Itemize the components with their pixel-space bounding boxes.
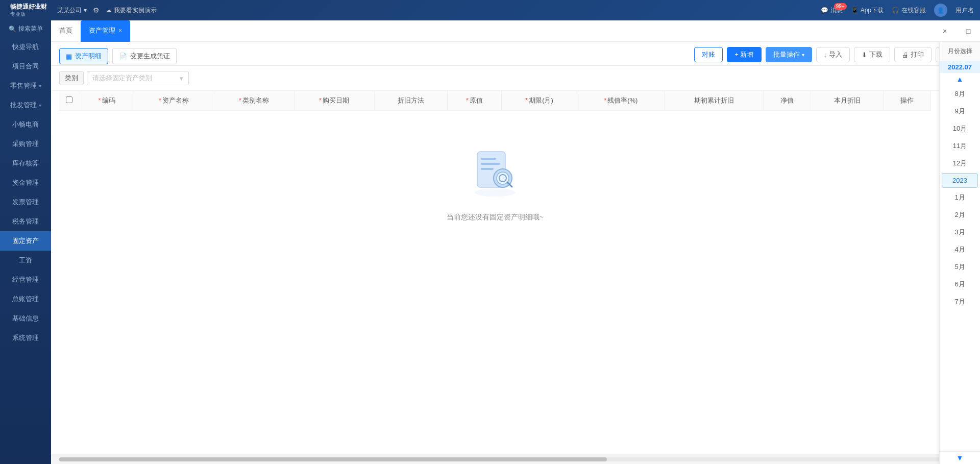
category-label: 类别 bbox=[59, 71, 84, 85]
sidebar-item-label: 发票管理 bbox=[12, 198, 39, 207]
month-item-2[interactable]: 2月 bbox=[940, 206, 980, 224]
chevron-down-icon: ▾ bbox=[802, 52, 804, 58]
settings-button[interactable]: ⚙ bbox=[93, 6, 100, 14]
sub-tab-asset-detail-label: 资产明细 bbox=[75, 52, 102, 61]
tab-close-icon[interactable]: × bbox=[118, 27, 122, 34]
empty-text: 当前您还没有固定资产明细哦~ bbox=[447, 213, 544, 222]
sidebar-item-basic-info[interactable]: 基础信息 bbox=[0, 309, 51, 328]
month-up-arrow[interactable]: ▲ bbox=[940, 73, 980, 85]
add-button[interactable]: + 新增 bbox=[727, 47, 761, 62]
tab-home[interactable]: 首页 bbox=[51, 20, 81, 42]
sidebar-item-ledger[interactable]: 总账管理 bbox=[0, 289, 51, 309]
window-close-button[interactable]: × bbox=[933, 20, 957, 42]
list-icon: ▦ bbox=[66, 53, 72, 60]
sidebar-item-label: 基础信息 bbox=[12, 314, 39, 323]
chevron-down-icon: ▾ bbox=[39, 83, 41, 89]
download-label: 下载 bbox=[869, 50, 883, 59]
month-down-arrow[interactable]: ▼ bbox=[940, 451, 980, 464]
demo-link[interactable]: ☁ 我要看实例演示 bbox=[106, 6, 157, 15]
download-button[interactable]: ⬇ 下载 bbox=[854, 47, 890, 62]
col-residual-rate: *残值率(%) bbox=[577, 91, 665, 111]
col-asset-name: *资产名称 bbox=[134, 91, 214, 111]
sidebar-item-fixed-assets[interactable]: 固定资产 bbox=[0, 231, 51, 251]
sidebar-item-ecommerce[interactable]: 小畅电商 bbox=[0, 115, 51, 134]
sidebar-item-system[interactable]: 系统管理 bbox=[0, 328, 51, 348]
select-all-checkbox[interactable] bbox=[66, 96, 72, 103]
month-panel: 月份选择 2022.07 ▲ 8月 9月 10月 11月 12月 2023 1月… bbox=[939, 42, 980, 464]
sub-tab-asset-detail[interactable]: ▦ 资产明细 bbox=[59, 48, 108, 64]
category-dropdown[interactable]: 请选择固定资产类别 ▾ bbox=[87, 71, 189, 85]
col-category: *类别名称 bbox=[214, 91, 294, 111]
sidebar-item-label: 采购管理 bbox=[12, 139, 39, 149]
username: 用户名 bbox=[955, 6, 974, 15]
sidebar-item-finance[interactable]: 资金管理 bbox=[0, 173, 51, 192]
quick-nav-label: 快捷导航 bbox=[12, 42, 39, 52]
window-maximize-button[interactable]: □ bbox=[957, 20, 980, 42]
avatar[interactable]: 👤 bbox=[934, 4, 947, 17]
sidebar-item-retail[interactable]: 零售管理 ▾ bbox=[0, 76, 51, 95]
sidebar-item-salary[interactable]: 工资 bbox=[0, 251, 51, 270]
search-menu[interactable]: 🔍 搜索菜单 bbox=[0, 20, 51, 37]
month-selected-year[interactable]: 2022.07 bbox=[940, 61, 980, 73]
company-selector[interactable]: 某某公司 ▾ bbox=[57, 6, 87, 15]
month-item-12[interactable]: 12月 bbox=[940, 155, 980, 172]
month-item-10[interactable]: 10月 bbox=[940, 120, 980, 137]
app-download-button[interactable]: 📱 App下载 bbox=[851, 6, 884, 15]
sidebar-item-label: 税务管理 bbox=[12, 217, 39, 226]
reconcile-button[interactable]: 对账 bbox=[694, 47, 723, 62]
sub-tab-change-voucher-label: 变更生成凭证 bbox=[130, 52, 170, 61]
demo-text: 我要看实例演示 bbox=[114, 6, 157, 15]
col-original-value: *原值 bbox=[447, 91, 501, 111]
sidebar-item-tax[interactable]: 税务管理 bbox=[0, 212, 51, 231]
col-accumulated-depreciation: 期初累计折旧 bbox=[665, 91, 764, 111]
sidebar-item-inventory[interactable]: 库存核算 bbox=[0, 154, 51, 173]
month-item-4[interactable]: 4月 bbox=[940, 241, 980, 258]
import-button[interactable]: ↓ 导入 bbox=[816, 47, 850, 62]
svg-rect-2 bbox=[481, 158, 496, 160]
empty-illustration bbox=[464, 141, 526, 203]
maximize-icon: □ bbox=[966, 27, 970, 35]
month-list: 8月 9月 10月 11月 12月 2023 1月 2月 3月 4月 5月 6月… bbox=[940, 85, 980, 451]
sidebar-item-label: 库存核算 bbox=[12, 159, 39, 168]
import-icon: ↓ bbox=[824, 51, 827, 59]
messages-button[interactable]: 💬 消息 99+ bbox=[821, 6, 843, 15]
sidebar-item-wholesale[interactable]: 批发管理 ▾ bbox=[0, 95, 51, 115]
col-net-value: 净值 bbox=[764, 91, 811, 111]
close-icon: × bbox=[943, 27, 947, 35]
cloud-icon: ☁ bbox=[106, 7, 112, 14]
sidebar-item-purchase[interactable]: 采购管理 bbox=[0, 134, 51, 154]
online-service-button[interactable]: 🎧 在线客服 bbox=[892, 6, 926, 15]
window-controls: × □ bbox=[933, 20, 980, 42]
month-item-9[interactable]: 9月 bbox=[940, 103, 980, 120]
sidebar-item-quick-nav[interactable]: 快捷导航 bbox=[0, 37, 51, 57]
batch-button[interactable]: 批量操作 ▾ bbox=[766, 47, 812, 62]
bottom-scrollbar bbox=[51, 454, 980, 464]
sidebar-item-operations[interactable]: 经营管理 bbox=[0, 270, 51, 289]
scrollbar-track[interactable] bbox=[59, 457, 972, 461]
sub-tab-change-voucher[interactable]: 📄 变更生成凭证 bbox=[112, 48, 177, 64]
dropdown-arrow-icon: ▾ bbox=[180, 75, 183, 82]
online-service-label: 在线客服 bbox=[901, 6, 926, 15]
month-item-11[interactable]: 11月 bbox=[940, 137, 980, 155]
year-2023-badge: 2023 bbox=[942, 173, 978, 188]
month-item-5[interactable]: 5月 bbox=[940, 258, 980, 276]
avatar-icon: 👤 bbox=[937, 7, 944, 14]
month-item-6[interactable]: 6月 bbox=[940, 276, 980, 293]
category-placeholder: 请选择固定资产类别 bbox=[92, 74, 152, 83]
tab-asset-management[interactable]: 资产管理 × bbox=[81, 20, 130, 42]
sidebar-item-label: 零售管理 bbox=[10, 81, 37, 90]
sidebar-item-invoice[interactable]: 发票管理 bbox=[0, 192, 51, 212]
print-button[interactable]: 🖨 打印 bbox=[894, 47, 932, 62]
asset-table: *编码 *资产名称 *类别名称 *购买日期 折旧方法 bbox=[59, 91, 931, 253]
month-item-7[interactable]: 7月 bbox=[940, 293, 980, 310]
month-item-3[interactable]: 3月 bbox=[940, 224, 980, 241]
dropdown-arrow-icon: ▾ bbox=[84, 7, 87, 14]
col-operation: 操作 bbox=[884, 91, 930, 111]
month-item-8[interactable]: 8月 bbox=[940, 85, 980, 103]
add-label: + 新增 bbox=[734, 50, 753, 59]
scrollbar-thumb[interactable] bbox=[59, 457, 607, 461]
headset-icon: 🎧 bbox=[892, 7, 899, 14]
month-item-1[interactable]: 1月 bbox=[940, 189, 980, 206]
sidebar-item-project[interactable]: 项目合同 bbox=[0, 57, 51, 76]
sidebar-item-label: 系统管理 bbox=[12, 333, 39, 343]
